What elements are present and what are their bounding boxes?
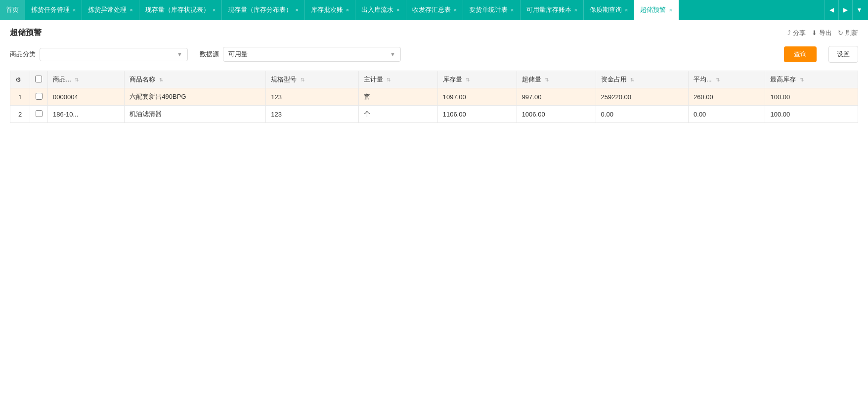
nav-item-task[interactable]: 拣货任务管理 × — [25, 0, 82, 20]
header-actions: ⤴ 分享 ⬇ 导出 ↻ 刷新 — [787, 29, 858, 38]
column-unit[interactable]: 主计量 ⇅ — [358, 71, 437, 88]
close-icon[interactable]: × — [130, 7, 132, 13]
row-number: 1 — [10, 88, 30, 106]
category-filter: 商品分类 ▼ — [10, 48, 188, 61]
cell-capital: 0.00 — [596, 106, 688, 123]
datasource-value: 可用量 — [228, 50, 248, 59]
column-spec[interactable]: 规格型号 ⇅ — [266, 71, 358, 88]
nav-prev-button[interactable]: ◀ — [825, 0, 838, 20]
filter-row: 商品分类 ▼ 数据源 可用量 ▼ 查询 设置 — [10, 46, 858, 63]
refresh-icon: ↻ — [838, 29, 843, 37]
datasource-filter: 数据源 可用量 ▼ — [200, 47, 401, 62]
row-checkbox[interactable] — [36, 110, 43, 117]
nav-item-stock-status[interactable]: 现存量（库存状况表） × — [139, 0, 222, 20]
nav-item-summary[interactable]: 收发存汇总表 × — [406, 0, 463, 20]
chevron-down-icon: ▼ — [390, 51, 395, 57]
settings-button[interactable]: 设置 — [828, 46, 858, 63]
cell-avg: 260.00 — [689, 88, 765, 106]
category-select[interactable]: ▼ — [40, 48, 188, 61]
column-max-stock[interactable]: 最高库存 ⇅ — [765, 71, 858, 88]
nav-item-overstock[interactable]: 超储预警 × — [634, 0, 678, 20]
cell-avg: 0.00 — [689, 106, 765, 123]
row-number: 2 — [10, 106, 30, 123]
cell-overstock: 997.00 — [517, 88, 596, 106]
column-overstock[interactable]: 超储量 ⇅ — [517, 71, 596, 88]
nav-item-expiry[interactable]: 保质期查询 × — [584, 0, 634, 20]
category-label: 商品分类 — [10, 50, 36, 59]
column-product-name[interactable]: 商品名称 ⇅ — [125, 71, 266, 88]
cell-stock: 1097.00 — [437, 88, 517, 106]
cell-product-code: 186-10... — [48, 106, 125, 123]
nav-more-button[interactable]: ▼ — [852, 0, 866, 20]
cell-product-name: 六配套新昌490BPG — [125, 88, 266, 106]
close-icon[interactable]: × — [454, 7, 457, 13]
close-icon[interactable]: × — [511, 7, 514, 13]
close-icon[interactable]: × — [625, 7, 628, 13]
select-all-checkbox[interactable] — [35, 76, 42, 82]
refresh-button[interactable]: ↻ 刷新 — [838, 29, 858, 38]
table-row: 2 186-10... 机油滤清器 123 个 1106.00 1006.00 … — [10, 106, 858, 123]
nav-controls: ◀ ▶ ▼ — [825, 0, 868, 20]
export-icon: ⬇ — [812, 29, 817, 37]
sort-icon: ⇅ — [716, 77, 720, 82]
table-header-row: ⚙ 商品... ⇅ 商品名称 ⇅ 规格型号 ⇅ 主计量 — [10, 71, 858, 88]
row-checkbox[interactable] — [36, 93, 43, 100]
row-checkbox-cell[interactable] — [30, 106, 48, 123]
sort-icon: ⇅ — [159, 77, 163, 82]
close-icon[interactable]: × — [73, 7, 76, 13]
cell-unit: 套 — [358, 88, 437, 106]
close-icon[interactable]: × — [669, 7, 672, 13]
page-title: 超储预警 — [10, 28, 42, 38]
column-avg[interactable]: 平均... ⇅ — [689, 71, 765, 88]
nav-item-abnormal[interactable]: 拣货异常处理 × — [82, 0, 139, 20]
cell-unit: 个 — [358, 106, 437, 123]
page-container: 超储预警 ⤴ 分享 ⬇ 导出 ↻ 刷新 商品分类 ▼ 数据源 — [0, 20, 868, 395]
nav-item-inout-flow[interactable]: 出入库流水 × — [355, 0, 406, 20]
sort-icon: ⇅ — [387, 77, 391, 82]
close-icon[interactable]: × — [213, 7, 216, 13]
nav-next-button[interactable]: ▶ — [838, 0, 852, 20]
column-product-code[interactable]: 商品... ⇅ — [48, 71, 125, 88]
datasource-select[interactable]: 可用量 ▼ — [223, 47, 401, 62]
cell-product-name: 机油滤清器 — [125, 106, 266, 123]
nav-item-stock-dist[interactable]: 现存量（库存分布表） × — [222, 0, 304, 20]
column-settings[interactable]: ⚙ — [10, 71, 30, 88]
nav-item-batch[interactable]: 库存批次账 × — [305, 0, 355, 20]
close-icon[interactable]: × — [396, 7, 399, 13]
page-header: 超储预警 ⤴ 分享 ⬇ 导出 ↻ 刷新 — [10, 28, 858, 38]
share-button[interactable]: ⤴ 分享 — [787, 29, 806, 38]
sort-icon: ⇅ — [75, 77, 79, 82]
close-icon[interactable]: × — [295, 7, 298, 13]
cell-overstock: 1006.00 — [517, 106, 596, 123]
nav-item-home[interactable]: 首页 — [0, 0, 25, 20]
sort-icon: ⇅ — [545, 77, 549, 82]
chevron-down-icon: ▼ — [177, 51, 182, 57]
column-capital[interactable]: 资金占用 ⇅ — [596, 71, 688, 88]
cell-capital: 259220.00 — [596, 88, 688, 106]
sort-icon: ⇅ — [630, 77, 634, 82]
data-table: ⚙ 商品... ⇅ 商品名称 ⇅ 规格型号 ⇅ 主计量 — [10, 71, 858, 123]
table-row: 1 0000004 六配套新昌490BPG 123 套 1097.00 997.… — [10, 88, 858, 106]
column-stock[interactable]: 库存量 ⇅ — [437, 71, 517, 88]
cell-max-stock: 100.00 — [765, 88, 858, 106]
cell-stock: 1106.00 — [437, 106, 517, 123]
close-icon[interactable]: × — [574, 7, 577, 13]
cell-product-code: 0000004 — [48, 88, 125, 106]
datasource-label: 数据源 — [200, 50, 219, 59]
share-icon: ⤴ — [787, 29, 791, 37]
cell-max-stock: 100.00 — [765, 106, 858, 123]
top-navigation: 首页 拣货任务管理 × 拣货异常处理 × 现存量（库存状况表） × 现存量（库存… — [0, 0, 868, 20]
close-icon[interactable]: × — [346, 7, 349, 13]
row-checkbox-cell[interactable] — [30, 88, 48, 106]
sort-icon: ⇅ — [301, 77, 304, 82]
nav-item-order-stats[interactable]: 要货单统计表 × — [463, 0, 520, 20]
nav-item-available[interactable]: 可用量库存账本 × — [521, 0, 584, 20]
cell-spec: 123 — [266, 88, 358, 106]
export-button[interactable]: ⬇ 导出 — [812, 29, 832, 38]
column-checkbox[interactable] — [30, 71, 48, 88]
cell-spec: 123 — [266, 106, 358, 123]
query-button[interactable]: 查询 — [784, 46, 817, 62]
sort-icon: ⇅ — [800, 77, 804, 82]
sort-icon: ⇅ — [466, 77, 470, 82]
